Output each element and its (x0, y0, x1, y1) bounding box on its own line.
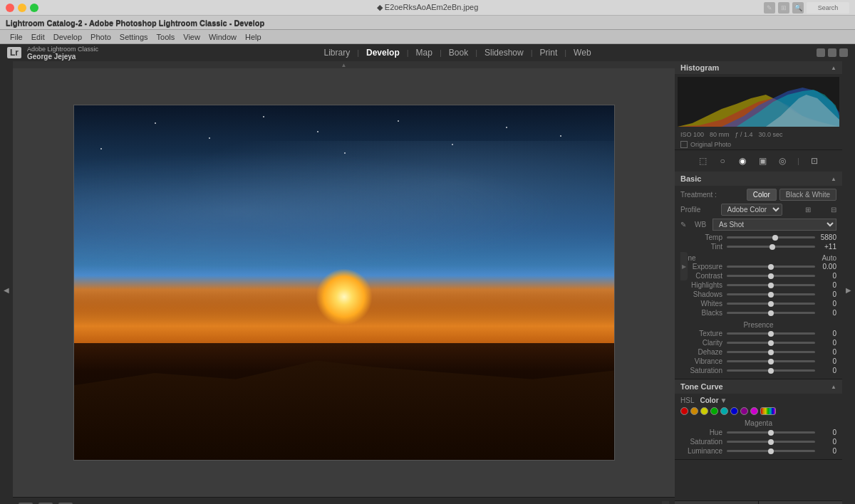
mm-label: 80 mm (710, 131, 730, 138)
tb-icon-2[interactable]: ⊞ (778, 2, 789, 14)
win-min[interactable] (817, 48, 825, 57)
menu-develop[interactable]: Develop (49, 33, 86, 41)
reset-button[interactable]: Reset (759, 501, 842, 504)
tint-slider[interactable] (727, 246, 815, 248)
green-dot[interactable] (710, 407, 718, 415)
highlights-slider[interactable] (727, 284, 815, 286)
clarity-value: 0 (815, 339, 836, 347)
close-button[interactable] (6, 4, 14, 12)
clarity-thumb[interactable] (768, 340, 774, 346)
menu-window[interactable]: Window (204, 33, 241, 41)
menu-photo[interactable]: Photo (86, 33, 115, 41)
previous-button[interactable]: Previous (675, 501, 759, 504)
profile-icon-2[interactable]: ⊟ (831, 206, 836, 214)
highlights-thumb[interactable] (768, 283, 774, 288)
nav-web[interactable]: Web (568, 48, 596, 58)
menu-file[interactable]: File (6, 33, 27, 41)
profile-icon-1[interactable]: ⊞ (805, 206, 811, 214)
blacks-slider[interactable] (727, 312, 815, 314)
menu-help[interactable]: Help (241, 33, 266, 41)
hue-thumb[interactable] (768, 430, 774, 436)
shadows-thumb[interactable] (768, 292, 774, 298)
purple-dot[interactable] (740, 407, 748, 415)
nav-map[interactable]: Map (410, 48, 438, 58)
whites-slider[interactable] (727, 303, 815, 305)
exposure-thumb[interactable] (768, 264, 774, 270)
cyan-dot[interactable] (720, 407, 728, 415)
red-dot[interactable] (680, 407, 688, 415)
menu-view[interactable]: View (179, 33, 204, 41)
win-close[interactable] (839, 48, 848, 57)
radial-filter[interactable]: ◎ (774, 153, 790, 169)
color-dropdown[interactable]: ▼ (720, 397, 727, 404)
minimize-button[interactable] (18, 4, 26, 12)
dehaze-slider[interactable] (727, 351, 815, 353)
right-panel-toggle[interactable]: ▶ (842, 61, 855, 504)
eyedropper-icon[interactable]: ✎ (680, 221, 695, 229)
contrast-slider[interactable] (727, 275, 815, 277)
exposure-slider[interactable] (727, 266, 815, 268)
crop-tool[interactable]: ⬚ (695, 153, 710, 169)
adjustment-brush[interactable]: ⊡ (807, 153, 822, 169)
tb-icon-1[interactable]: ✎ (764, 2, 775, 14)
menu-settings[interactable]: Settings (115, 33, 152, 41)
search-input-box[interactable]: Search (807, 2, 849, 14)
vibrance-slider[interactable] (727, 360, 815, 362)
tb-icon-3[interactable]: 🔍 (792, 2, 804, 14)
dehaze-thumb[interactable] (768, 350, 774, 355)
menu-edit[interactable]: Edit (27, 33, 49, 41)
window-controls[interactable] (817, 48, 848, 57)
luminance-slider[interactable] (727, 450, 815, 452)
original-photo-checkbox[interactable] (680, 141, 688, 148)
temp-thumb[interactable] (772, 235, 778, 241)
histogram-header[interactable]: Histogram ▲ (675, 61, 842, 74)
blue-dot[interactable] (730, 407, 738, 415)
luminance-thumb[interactable] (768, 448, 774, 454)
redeye-tool[interactable]: ◉ (735, 153, 750, 169)
orange-dot[interactable] (690, 407, 698, 415)
bottom-collapse-arrow[interactable]: ▼ (662, 501, 669, 505)
shadows-slider[interactable] (727, 293, 815, 295)
wb-select[interactable]: As Shot (712, 219, 836, 231)
maximize-button[interactable] (30, 4, 38, 12)
menu-tools[interactable]: Tools (152, 33, 180, 41)
saturation-thumb[interactable] (768, 368, 774, 374)
left-panel-toggle[interactable]: ◀ (0, 61, 13, 504)
nav-slideshow[interactable]: Slideshow (479, 48, 529, 58)
hsl-saturation-thumb[interactable] (768, 439, 774, 445)
all-colors-btn[interactable] (760, 407, 776, 415)
graduated-filter[interactable]: ▣ (755, 153, 770, 169)
saturation-slider[interactable] (727, 369, 815, 372)
profile-select[interactable]: Adobe Color (721, 204, 782, 216)
color-treatment-btn[interactable]: Color (747, 189, 777, 201)
contrast-thumb[interactable] (768, 273, 774, 279)
texture-slider[interactable] (727, 332, 815, 335)
basic-panel-header[interactable]: Basic ▲ (675, 172, 842, 186)
top-collapse-bar[interactable]: ▲ (13, 61, 675, 68)
right-collapse-bar[interactable]: ▶ (680, 252, 688, 280)
tint-thumb[interactable] (770, 244, 775, 250)
spot-removal-tool[interactable]: ○ (715, 153, 730, 169)
nav-print[interactable]: Print (534, 48, 564, 58)
traffic-lights[interactable] (6, 4, 38, 12)
clarity-slider[interactable] (727, 342, 815, 344)
yellow-dot[interactable] (700, 407, 708, 415)
vibrance-thumb[interactable] (768, 359, 774, 364)
hsl-saturation-slider[interactable] (727, 441, 815, 443)
magenta-dot[interactable] (750, 407, 758, 415)
tone-curve-header[interactable]: Tone Curve ▲ (675, 379, 842, 394)
nav-book[interactable]: Book (443, 48, 474, 58)
luminance-row: Luminance 0 (680, 447, 836, 455)
whites-thumb[interactable] (768, 301, 774, 307)
win-max[interactable] (828, 48, 836, 57)
temp-slider[interactable] (727, 236, 815, 238)
nav-library[interactable]: Library (318, 48, 356, 58)
nav-develop[interactable]: Develop (361, 48, 405, 58)
hue-slider[interactable] (727, 431, 815, 434)
image-container (13, 68, 675, 497)
auto-btn[interactable]: Auto (822, 254, 836, 262)
bw-treatment-btn[interactable]: Black & White (779, 189, 836, 201)
texture-thumb[interactable] (768, 331, 774, 337)
color-label[interactable]: Color (700, 397, 718, 404)
blacks-thumb[interactable] (768, 310, 774, 316)
